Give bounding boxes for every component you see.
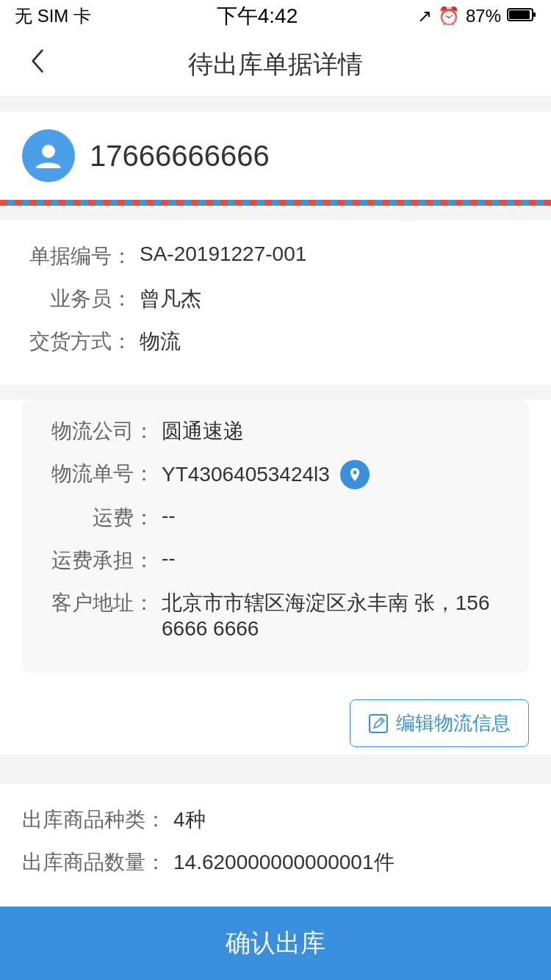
svg-point-4 [353, 471, 356, 475]
alarm-icon: ⏰ [438, 6, 460, 26]
delivery-method-label: 交货方式： [22, 328, 140, 356]
delivery-method-value: 物流 [140, 328, 529, 356]
location-icon[interactable] [340, 460, 370, 489]
logistics-company-label: 物流公司： [44, 417, 162, 445]
logistics-tracking-label: 物流单号： [44, 460, 162, 488]
logistics-tracking-row: 物流单号： YT43064053424l3 [22, 460, 529, 489]
svg-rect-5 [370, 715, 387, 732]
freight-row: 运费： -- [22, 504, 529, 532]
address-label: 客户地址： [44, 589, 162, 617]
status-right: ↗ ⏰ 87% [417, 6, 536, 26]
salesman-row: 业务员： 曾凡杰 [22, 285, 529, 313]
order-number-row: 单据编号： SA-20191227-001 [22, 242, 529, 270]
status-time: 下午4:42 [217, 2, 298, 30]
edit-logistics-label: 编辑物流信息 [396, 710, 511, 736]
freight-bearer-label: 运费承担： [44, 547, 162, 574]
page-title: 待出库单据详情 [188, 48, 363, 82]
svg-point-3 [42, 145, 55, 158]
logistics-company-value: 圆通速递 [162, 417, 507, 445]
freight-bearer-row: 运费承担： -- [22, 547, 529, 574]
avatar [22, 129, 75, 182]
confirm-outbound-label: 确认出库 [226, 926, 325, 960]
status-left: 无 SIM 卡 [15, 4, 97, 28]
confirm-outbound-button[interactable]: 确认出库 [0, 907, 551, 980]
user-header: 17666666666 [0, 112, 551, 200]
goods-types-row: 出库商品种类： 4种 [22, 806, 529, 834]
carrier-text: 无 SIM 卡 [15, 4, 91, 28]
freight-bearer-value: -- [162, 547, 507, 570]
salesman-value: 曾凡杰 [140, 285, 529, 313]
status-bar: 无 SIM 卡 下午4:42 ↗ ⏰ 87% [0, 0, 551, 32]
goods-quantity-row: 出库商品数量： 14.620000000000001件 [22, 849, 529, 876]
battery-text: 87% [466, 6, 501, 26]
svg-rect-1 [509, 10, 530, 19]
section-divider-1 [0, 754, 551, 769]
goods-types-label: 出库商品种类： [22, 806, 173, 834]
nav-bar: 待出库单据详情 [0, 32, 551, 97]
address-row: 客户地址： 北京市市辖区海淀区永丰南 张，156 6666 6666 [22, 589, 529, 641]
logistics-card: 物流公司： 圆通速递 物流单号： YT43064053424l3 运费： [22, 400, 529, 673]
user-phone: 17666666666 [90, 140, 270, 173]
edit-btn-container: 编辑物流信息 [0, 688, 551, 754]
back-button[interactable] [22, 40, 54, 88]
location-service-icon: ↗ [417, 6, 432, 26]
goods-quantity-value: 14.620000000000001件 [173, 849, 529, 876]
salesman-label: 业务员： [22, 285, 140, 313]
logistics-tracking-value: YT43064053424l3 [162, 460, 507, 489]
svg-rect-2 [533, 12, 536, 17]
order-info-section: 单据编号： SA-20191227-001 业务员： 曾凡杰 交货方式： 物流 [0, 220, 551, 385]
address-value: 北京市市辖区海淀区永丰南 张，156 6666 6666 [162, 589, 507, 641]
dashed-divider [0, 200, 551, 206]
order-number-value: SA-20191227-001 [140, 242, 529, 266]
order-number-label: 单据编号： [22, 242, 140, 270]
freight-label: 运费： [44, 504, 162, 532]
delivery-method-row: 交货方式： 物流 [22, 328, 529, 356]
goods-types-value: 4种 [173, 806, 529, 834]
edit-logistics-button[interactable]: 编辑物流信息 [350, 699, 529, 747]
battery-icon [507, 6, 536, 26]
goods-section: 出库商品种类： 4种 出库商品数量： 14.620000000000001件 [0, 784, 551, 906]
goods-quantity-label: 出库商品数量： [22, 849, 173, 876]
freight-value: -- [162, 504, 507, 527]
logistics-company-row: 物流公司： 圆通速递 [22, 417, 529, 445]
